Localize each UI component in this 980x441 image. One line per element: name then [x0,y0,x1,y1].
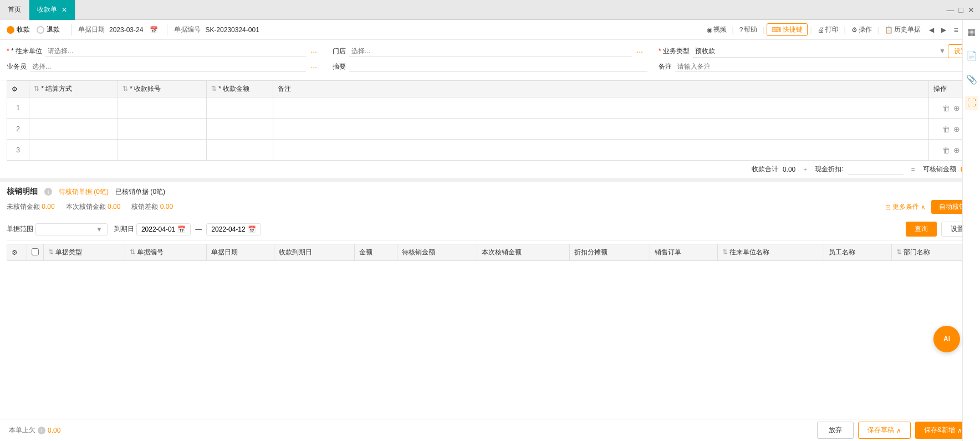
window-maximize[interactable]: □ [959,6,963,14]
window-close[interactable]: ✕ [968,6,974,14]
row-1-settle[interactable] [29,98,118,119]
row-3-remark[interactable] [273,140,929,161]
col-gear[interactable]: ⚙ [7,81,29,98]
doc-number-value: SK-20230324-001 [205,26,259,34]
save-draft-btn[interactable]: 保存草稿 ∧ [858,422,911,439]
row-3-delete-btn[interactable]: 🗑 [942,146,950,155]
tab-home[interactable]: 首页 [0,0,29,20]
bot-col-checkbox[interactable] [27,244,44,261]
query-btn[interactable]: 查询 [906,222,937,237]
current-verify-stat: 本次核销金额 0.00 [66,202,121,212]
remark-input[interactable] [675,61,973,72]
main-content: 收款 退款 单据日期 2023-03-24 📅 单据编号 SK-20230324… [0,20,980,441]
done-tab[interactable]: 已核销单据 (0笔) [115,187,165,197]
sidebar-doc-icon[interactable]: 📄 [964,48,979,63]
date-calendar-icon[interactable]: 📅 [147,25,160,35]
store-input[interactable] [349,46,632,57]
row-1-amount[interactable] [207,98,273,119]
ai-label: Ai [943,335,950,343]
table-row: 3 🗑 ⊕ [7,140,973,161]
gear-icon-th: ⚙ [12,85,18,93]
select-all-checkbox[interactable] [32,248,39,255]
sidebar-expand-icon[interactable]: ⛶ [965,96,978,110]
bot-col-sales-order: 销售订单 [650,244,717,261]
row-3-amount[interactable] [207,140,273,161]
row-2-amount[interactable] [207,119,273,140]
biz-type-label: * 业务类型 [659,47,693,56]
bot-col-amount: 金额 [354,244,397,261]
action-print[interactable]: 🖨 打印 [814,25,842,34]
counterpart-input[interactable] [45,46,306,57]
bot-col-gear[interactable]: ⚙ [7,244,27,261]
store-more-btn[interactable]: ··· [632,47,647,56]
verify-stats: 未核销金额 0.00 本次核销金额 0.00 核销差额 0.00 ⊡ 更多条件 … [7,200,973,214]
bot-col-employee: 员工名称 [824,244,891,261]
toolbar-right: ◉ 视频 | ? 帮助 | ⌨ 快捷键 | 🖨 打印 | ⚙ 操作 [703,23,973,36]
row-2-remark[interactable] [273,119,929,140]
receipt-table-wrapper: ⚙ ⇅ * 结算方式 ⇅ * 收款账号 ⇅ * 收款金额 [0,80,980,161]
date-label: 单据日期 [78,25,105,34]
remark-label: 备注 [659,62,675,71]
summary-row: 收款合计 0.00 + 现金折扣: = 可核销金额 0.00 [0,161,980,178]
total-label: 收款合计 [752,165,778,174]
window-minimize[interactable]: — [947,6,955,14]
discount-input[interactable] [848,164,904,175]
verify-filter-inputs: 单据范围 ▼ 到期日 2022-04-01 📅 — 2022-04-12 📅 [7,218,973,240]
nav-prev[interactable]: ◀ [926,24,937,35]
radio-refund[interactable]: 退款 [37,25,60,34]
range-label: 单据范围 [7,224,33,234]
nav-next[interactable]: ▶ [938,24,950,35]
abandon-btn[interactable]: 放弃 [817,422,854,439]
biz-type-select[interactable]: 预收款 ▼ [693,45,948,58]
ai-badge[interactable]: Ai [933,326,960,352]
row-2-delete-btn[interactable]: 🗑 [942,125,950,134]
bottom-table: ⚙ ⇅ 单据类型 ⇅ 单据编号 单据日期 收款到期日 [7,244,973,261]
summary-input[interactable] [349,61,647,72]
row-3-account[interactable] [118,140,207,161]
more-conditions-btn[interactable]: ⊡ 更多条件 ∧ [885,202,926,212]
tab-receipt-close[interactable]: ✕ [62,6,67,14]
view-list-btn[interactable]: ≡ [952,24,961,35]
pending-tab[interactable]: 待核销单据 (0笔) [59,187,109,197]
action-operation[interactable]: ⚙ 操作 [848,25,875,34]
store-field: 门店 ··· [333,46,647,57]
bottom-info-icon[interactable]: i [38,427,45,434]
range-filter: 单据范围 ▼ [7,223,108,235]
bot-col-current: 本次核销金额 [477,244,570,261]
date-to-input[interactable]: 2022-04-12 📅 [206,223,261,235]
row-1-account[interactable] [118,98,207,119]
col-settle-method: ⇅ * 结算方式 [29,81,118,98]
row-1-delete-btn[interactable]: 🗑 [942,104,950,112]
tab-receipt[interactable]: 收款单 ✕ [29,0,75,20]
row-3-copy-btn[interactable]: ⊕ [953,146,960,155]
action-video[interactable]: ◉ 视频 [703,25,730,34]
counterpart-field: * * 往来单位 ··· [7,46,321,57]
sidebar-attach-icon[interactable]: 📎 [964,72,979,87]
bottom-info: 本单上欠 i 0.00 [9,425,60,435]
toolbar: 收款 退款 单据日期 2023-03-24 📅 单据编号 SK-20230324… [0,20,980,40]
row-1-remark[interactable] [273,98,929,119]
salesperson-input[interactable] [30,61,306,72]
salesperson-more-btn[interactable]: ··· [306,63,321,71]
action-help[interactable]: ? 帮助 [736,25,761,34]
counterpart-more-btn[interactable]: ··· [306,47,321,56]
verify-info-icon[interactable]: i [44,188,52,196]
operation-label: 操作 [859,25,872,34]
form-area: * * 往来单位 ··· 门店 ··· * 业务类型 预收款 ▼ [0,40,980,80]
radio-receipt[interactable]: 收款 [7,25,30,34]
diff-stat: 核销差额 0.00 [131,202,173,212]
date-from-input[interactable]: 2022-04-01 📅 [136,223,191,235]
row-3-settle[interactable] [29,140,118,161]
sort-icon-amount: ⇅ [211,85,217,93]
action-history[interactable]: 📋 历史单据 [881,25,924,34]
row-1-copy-btn[interactable]: ⊕ [953,104,960,112]
shortcut-btn[interactable]: ⌨ 快捷键 [767,23,808,36]
help-icon: ? [739,26,743,34]
tab-home-label: 首页 [8,5,21,14]
range-select[interactable]: ▼ [35,223,108,235]
row-2-account[interactable] [118,119,207,140]
row-2-settle[interactable] [29,119,118,140]
sidebar-table-icon[interactable]: ▦ [965,24,978,39]
row-2-copy-btn[interactable]: ⊕ [953,125,960,134]
sort-dept: ⇅ [896,248,902,256]
